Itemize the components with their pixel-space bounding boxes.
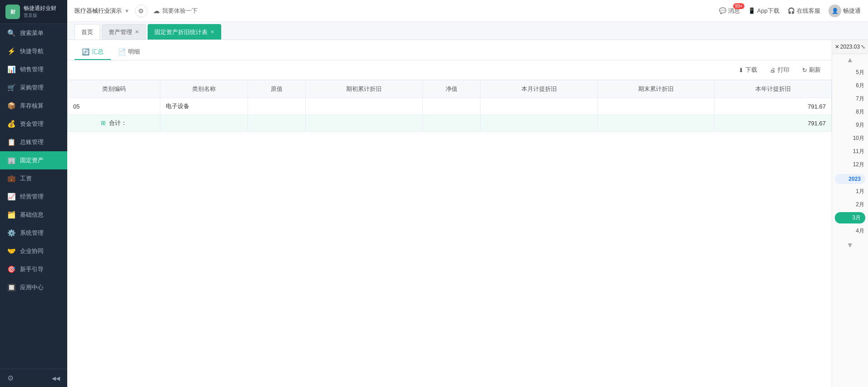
download-icon: ⬇ bbox=[739, 67, 744, 74]
sidebar-item-fixedasset[interactable]: 🏢 固定资产 bbox=[0, 151, 67, 169]
fixedasset-icon: 🏢 bbox=[7, 156, 15, 164]
app-download-button[interactable]: 📱 App下载 bbox=[748, 7, 779, 15]
sub-tab-detail[interactable]: 📄 明细 bbox=[111, 45, 147, 60]
basic-icon: 🗂️ bbox=[7, 211, 15, 219]
quicknav-icon: ⚡ bbox=[7, 47, 15, 55]
sidebar-item-label: 总账管理 bbox=[20, 138, 44, 146]
print-icon: 🖨 bbox=[770, 67, 776, 74]
guide-icon: 🎯 bbox=[7, 265, 15, 273]
scroll-up-button[interactable]: ▲ bbox=[832, 54, 868, 66]
col-header-name: 类别名称 bbox=[160, 80, 248, 98]
settings-bottom-icon[interactable]: ⚙ bbox=[7, 374, 14, 382]
sidebar-item-label: 工资 bbox=[20, 174, 32, 183]
app-logo-text: 畅捷通好业财 普及版 bbox=[24, 5, 56, 19]
sidebar-item-sales[interactable]: 📊 销售管理 bbox=[0, 60, 67, 79]
sidebar-item-purchase[interactable]: 🛒 采购管理 bbox=[0, 79, 67, 97]
tabs-bar: 首页 资产管理 ✕ 固定资产折旧统计表 ✕ bbox=[67, 22, 868, 40]
main-content: 医疗器械行业演示 ▼ ⚙ ☁ 我要体验一下 💬 消息 99+ 📱 App下载 🎧… bbox=[67, 0, 868, 387]
download-button[interactable]: ⬇ 下载 bbox=[735, 64, 761, 76]
message-icon: 💬 bbox=[719, 7, 726, 14]
service-icon: 🎧 bbox=[788, 7, 795, 14]
sidebar-item-appcenter[interactable]: 🔲 应用中心 bbox=[0, 278, 67, 297]
content-area: 🔄 汇总 📄 明细 ⬇ 下载 🖨 打印 ↻ bbox=[67, 40, 868, 387]
cloud-icon: ☁ bbox=[153, 7, 160, 15]
cell-end-accum bbox=[597, 98, 714, 115]
date-month-11[interactable]: 11月 bbox=[832, 145, 868, 158]
refresh-button[interactable]: ↻ 刷新 bbox=[799, 64, 824, 76]
date-month-8[interactable]: 8月 bbox=[832, 105, 868, 119]
table-row: 05 电子设备 791.67 bbox=[68, 98, 832, 115]
collapse-sidebar-button[interactable]: ◀◀ bbox=[52, 375, 60, 382]
col-header-end-accum: 期末累计折旧 bbox=[597, 80, 714, 98]
sidebar-item-ledger[interactable]: 📋 总账管理 bbox=[0, 133, 67, 151]
app-logo-icon: 财 bbox=[5, 5, 20, 19]
sidebar-item-inventory[interactable]: 📦 库存核算 bbox=[0, 97, 67, 115]
col-header-net: 净值 bbox=[422, 80, 481, 98]
messages-button[interactable]: 💬 消息 99+ bbox=[719, 7, 740, 15]
tab-asset-mgmt[interactable]: 资产管理 ✕ bbox=[102, 24, 146, 40]
date-panel-expand[interactable]: ⤡ bbox=[861, 44, 865, 50]
topbar: 医疗器械行业演示 ▼ ⚙ ☁ 我要体验一下 💬 消息 99+ 📱 App下载 🎧… bbox=[67, 0, 868, 22]
date-month-9[interactable]: 9月 bbox=[832, 119, 868, 132]
sidebar-item-label: 应用中心 bbox=[20, 283, 44, 292]
date-month-7[interactable]: 7月 bbox=[832, 92, 868, 105]
print-label: 打印 bbox=[778, 66, 789, 74]
user-menu[interactable]: 👤 畅捷通 bbox=[828, 5, 861, 17]
experience-button[interactable]: ☁ 我要体验一下 bbox=[153, 7, 198, 15]
sidebar-bottom: ⚙ ◀◀ bbox=[0, 369, 67, 387]
tab-asset-mgmt-close[interactable]: ✕ bbox=[135, 29, 139, 35]
cooperation-icon: 🤝 bbox=[7, 247, 15, 255]
sidebar-item-label: 库存核算 bbox=[20, 102, 44, 110]
date-panel-header: ✕ 2023.03 ⤡ bbox=[832, 40, 868, 54]
date-month-5[interactable]: 5月 bbox=[832, 66, 868, 79]
sidebar-item-salary[interactable]: 💼 工资 bbox=[0, 169, 67, 188]
tab-depreciation-table[interactable]: 固定资产折旧统计表 ✕ bbox=[148, 24, 221, 40]
sub-tab-summary-label: 汇总 bbox=[92, 48, 104, 56]
sidebar-item-label: 采购管理 bbox=[20, 84, 44, 92]
date-month-2023-4[interactable]: 4月 bbox=[832, 224, 868, 238]
date-year-2023[interactable]: 2023 bbox=[835, 174, 865, 184]
sidebar-item-label: 新手引导 bbox=[20, 265, 44, 273]
depreciation-table: 类别编码 类别名称 原值 期初累计折旧 净值 本月计提折旧 期末累计折旧 本年计… bbox=[67, 80, 832, 132]
avatar: 👤 bbox=[828, 5, 841, 17]
settings-button[interactable]: ⚙ bbox=[135, 5, 148, 17]
messages-badge: 99+ bbox=[733, 3, 744, 9]
sidebar-item-quicknav[interactable]: ⚡ 快捷导航 bbox=[0, 42, 67, 60]
total-label: 合计： bbox=[109, 119, 127, 126]
col-header-code: 类别编码 bbox=[68, 80, 160, 98]
sidebar-item-cooperation[interactable]: 🤝 企业协同 bbox=[0, 242, 67, 260]
sidebar-item-operations[interactable]: 📈 经营管理 bbox=[0, 188, 67, 206]
date-month-2023-3[interactable]: 3月 bbox=[835, 212, 865, 223]
date-month-12[interactable]: 12月 bbox=[832, 158, 868, 171]
sidebar-item-guide[interactable]: 🎯 新手引导 bbox=[0, 260, 67, 278]
date-month-6[interactable]: 6月 bbox=[832, 79, 868, 92]
total-name bbox=[160, 115, 248, 132]
purchase-icon: 🛒 bbox=[7, 84, 15, 92]
scroll-down-button[interactable]: ▼ bbox=[832, 239, 868, 251]
sales-icon: 📊 bbox=[7, 65, 15, 74]
date-month-2023-2[interactable]: 2月 bbox=[832, 198, 868, 211]
sidebar-item-basic[interactable]: 🗂️ 基础信息 bbox=[0, 206, 67, 224]
sub-tab-summary[interactable]: 🔄 汇总 bbox=[74, 45, 111, 60]
sidebar-item-label: 固定资产 bbox=[20, 156, 44, 164]
date-panel-close[interactable]: ✕ bbox=[835, 44, 839, 50]
experience-label: 我要体验一下 bbox=[162, 7, 198, 15]
company-selector[interactable]: 医疗器械行业演示 ▼ bbox=[74, 7, 129, 15]
print-button[interactable]: 🖨 打印 bbox=[766, 64, 793, 76]
tab-home[interactable]: 首页 bbox=[74, 24, 100, 40]
col-header-year-depre: 本年计提折旧 bbox=[714, 80, 832, 98]
sidebar-item-system[interactable]: ⚙️ 系统管理 bbox=[0, 224, 67, 242]
customer-service-button[interactable]: 🎧 在线客服 bbox=[788, 7, 820, 15]
date-panel-title: 2023.03 bbox=[840, 44, 860, 50]
sidebar-item-finance[interactable]: 💰 资金管理 bbox=[0, 115, 67, 133]
tab-depreciation-close[interactable]: ✕ bbox=[210, 29, 214, 35]
chevron-down-icon: ▼ bbox=[124, 8, 129, 14]
sub-tab-detail-label: 明细 bbox=[128, 48, 140, 56]
date-month-2023-1[interactable]: 1月 bbox=[832, 185, 868, 198]
sidebar-item-search[interactable]: 🔍 搜索菜单 bbox=[0, 24, 67, 42]
sidebar-logo: 财 畅捷通好业财 普及版 bbox=[0, 0, 67, 24]
salary-icon: 💼 bbox=[7, 174, 15, 183]
total-net bbox=[422, 115, 481, 132]
cell-month-depre bbox=[481, 98, 598, 115]
date-month-10[interactable]: 10月 bbox=[832, 132, 868, 145]
